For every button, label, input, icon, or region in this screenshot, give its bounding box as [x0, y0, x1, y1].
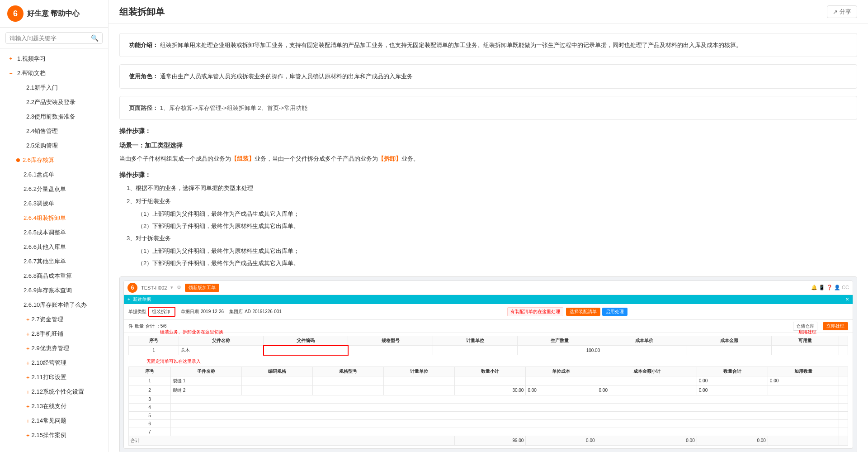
- mock-topbar-id: TEST-H002: [141, 285, 167, 290]
- feature-intro-label: 功能介绍：: [129, 42, 158, 48]
- sub-cell-empty6: [170, 419, 839, 428]
- step3: 3、对于拆装业务: [127, 233, 857, 244]
- mock-close-icon: ✕: [845, 297, 849, 302]
- role-label: 使用角色：: [129, 73, 158, 80]
- annotation-switch: 组装业务、拆卸业务在这里切换: [160, 329, 223, 335]
- sidebar-item-stock-count[interactable]: 2.6.1盘点单: [0, 167, 108, 182]
- sidebar-item-sales[interactable]: 2.4销售管理: [0, 124, 108, 138]
- plus-icon: +: [26, 432, 30, 439]
- plus-icon: +: [26, 331, 30, 338]
- annotation-apply: 启用处理: [798, 329, 816, 335]
- mock-select-btn[interactable]: 选择装配清单: [566, 308, 600, 316]
- sub-cell-no6: 6: [129, 419, 171, 428]
- step3-sub1: （1）上部明细为父件明细，最终作为原材料生成其它出库单；: [137, 246, 857, 257]
- sidebar-item-purchase[interactable]: 2.5采购管理: [0, 138, 108, 153]
- search-input[interactable]: [9, 35, 91, 42]
- sidebar-item-videos[interactable]: + 1.视频学习: [0, 52, 108, 66]
- sub-cell-spec: [313, 376, 384, 385]
- sidebar-item-label: 2.15操作案例: [32, 431, 66, 439]
- sub-cell-cost-total2: 0.00: [597, 385, 697, 395]
- mock-apply-btn[interactable]: 启用处理: [602, 308, 627, 316]
- mock-new-btn[interactable]: 领新版加工单: [185, 284, 219, 292]
- sub-table-row-empty: 7: [129, 428, 848, 436]
- sidebar-item-other-in[interactable]: 2.6.6其他入库单: [0, 240, 108, 254]
- sidebar-item-label: 2.6.2分量盘点单: [24, 185, 66, 193]
- sidebar-item-label: 2.6.4组装拆卸单: [24, 214, 66, 222]
- cell-cost-amount: [687, 346, 771, 355]
- plus-icon: +: [26, 374, 30, 381]
- highlight-assemble: 【组装】: [231, 155, 255, 162]
- form-label-type: 单据类型: [128, 309, 146, 315]
- sidebar-item-stock-error[interactable]: 2.6.10库存账本错了么办: [0, 298, 108, 312]
- sub-cell-empty7: [170, 428, 839, 436]
- sidebar-item-inventory[interactable]: 2.6库存核算: [0, 153, 108, 167]
- mock-sub-form: 件 数量 合计 ：5/6 组装业务、拆卸业务在这里切换 启用处理 仓储仓库 立即…: [124, 320, 853, 333]
- sidebar-item-label: 2.帮助文档: [17, 69, 46, 77]
- sidebar-item-goods-cost[interactable]: 2.6.8商品成本重算: [0, 269, 108, 283]
- sub-cell-name: 裂缝 1: [170, 376, 241, 385]
- sub-cell-ops5: [839, 411, 848, 419]
- table-row: 1 关木 100.00: [129, 346, 848, 355]
- nav-bullet-active: [16, 158, 20, 162]
- sidebar-item-finance[interactable]: + 2.7资金管理: [0, 312, 108, 327]
- sidebar-item-mobile[interactable]: + 2.8手机旺铺: [0, 327, 108, 341]
- mock-sub-num: 合计 ：5/6: [146, 323, 167, 329]
- sub-cell-used: 0.00: [768, 376, 839, 385]
- sidebar-item-label: 2.6.6其他入库单: [24, 243, 66, 251]
- sidebar-item-settings[interactable]: + 2.12系统个性化设置: [0, 385, 108, 399]
- sub-col-unit-cost: 单位成本: [526, 366, 597, 376]
- sub-cell-cost-total: [597, 376, 697, 385]
- sub-cell-qty2: 30.00: [455, 385, 526, 395]
- search-box: 🔍: [0, 28, 108, 49]
- sidebar-item-ops[interactable]: + 2.10经营管理: [0, 356, 108, 370]
- sidebar-item-print[interactable]: + 2.11打印设置: [0, 370, 108, 385]
- col-spec: 规格型号: [348, 336, 433, 346]
- cell-no: 1: [129, 346, 179, 355]
- form-group-value: AD-20191226-001: [245, 309, 282, 314]
- sidebar-item-adjust[interactable]: 2.6.3调拨单: [0, 196, 108, 211]
- sidebar-item-cost[interactable]: 2.6.5成本调整单: [0, 225, 108, 240]
- sidebar-item-label: 2.3使用前数据准备: [26, 113, 75, 121]
- form-date-value: 2019-12-26: [201, 309, 224, 314]
- sidebar-item-payment[interactable]: + 2.13在线支付: [0, 399, 108, 414]
- sidebar-item-install[interactable]: 2.2产品安装及登录: [0, 95, 108, 109]
- search-icon[interactable]: 🔍: [91, 34, 99, 42]
- sidebar-item-partial-count[interactable]: 2.6.2分量盘点单: [0, 182, 108, 196]
- logo-icon: 6: [7, 5, 24, 22]
- sidebar-item-label: 2.6库存核算: [23, 156, 54, 164]
- sidebar-item-faq[interactable]: + 2.14常见问题: [0, 414, 108, 428]
- sidebar-item-coupon[interactable]: + 2.9优惠券管理: [0, 341, 108, 356]
- mock-sub-table: 序号 子件名称 编码规格 规格型号 计量单位 数量小计 单位成本 成本金额小计 …: [128, 366, 848, 446]
- mock-table-area: 序号 父件名称 父件编码 规格型号 计量单位 生产数量 成本单价 成本金额 可用…: [124, 333, 853, 448]
- mock-logo: 6: [127, 283, 137, 293]
- sub-col-spec: 规格型号: [313, 366, 384, 376]
- ops-steps-title: 操作步骤：: [119, 127, 857, 135]
- sidebar-item-label: 2.9优惠券管理: [32, 344, 69, 352]
- sidebar-item-label: 2.12系统个性化设置: [32, 388, 84, 396]
- sidebar-item-docs[interactable]: − 2.帮助文档: [0, 66, 108, 81]
- sidebar-item-data[interactable]: 2.3使用前数据准备: [0, 109, 108, 124]
- form-type-field[interactable]: 组装拆卸: [148, 307, 175, 317]
- col-cost-amount: 成本金额: [687, 336, 771, 346]
- sidebar-item-other-out[interactable]: 2.6.7其他出库单: [0, 254, 108, 269]
- sidebar-item-label: 2.6.7其他出库单: [24, 257, 66, 266]
- total-label: 合计: [129, 436, 455, 445]
- cell-cost-price: [602, 346, 687, 355]
- sub-col-cost-total: 成本金额小计: [597, 366, 697, 376]
- col-no: 序号: [129, 336, 179, 346]
- sidebar-item-stock-check[interactable]: 2.6.9库存账本查询: [0, 283, 108, 298]
- sidebar-item-newbie[interactable]: 2.1新手入门: [0, 81, 108, 95]
- sidebar-item-label: 2.6.1盘点单: [24, 171, 54, 179]
- total-qty-total: 0.00: [697, 436, 768, 445]
- sub-cell-code2: [242, 385, 313, 395]
- form-label-date: 单据日期: [181, 309, 199, 315]
- mock-action-bar: + 新建单据 ✕: [124, 295, 853, 304]
- col-available: 可用量: [771, 336, 839, 346]
- scenario1-ops-title: 操作步骤：: [119, 171, 857, 179]
- sidebar-item-assembly[interactable]: 2.6.4组装拆卸单: [0, 211, 108, 225]
- share-button[interactable]: ↗ 分享: [827, 5, 857, 18]
- sidebar-item-cases[interactable]: + 2.15操作案例: [0, 428, 108, 442]
- sub-table-row: 1 裂缝 1 0.00 0.00: [129, 376, 848, 385]
- feature-intro-section: 功能介绍： 组装拆卸单用来处理企业组装或拆卸等加工业务，支持有固定装配清单的产品…: [119, 33, 857, 57]
- mock-confirm-btn[interactable]: 立即处理: [823, 322, 848, 330]
